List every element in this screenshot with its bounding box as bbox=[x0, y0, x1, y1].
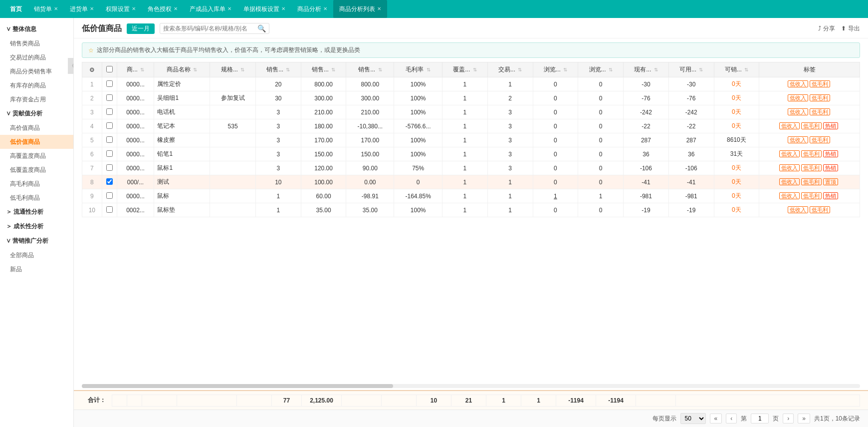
sidebar-item-high-coverage[interactable]: 高覆盖度商品 bbox=[0, 149, 73, 163]
col-coverage[interactable]: 覆盖... ⇅ bbox=[442, 62, 488, 77]
row-checkbox-cell[interactable] bbox=[102, 203, 117, 217]
row-checkbox[interactable] bbox=[106, 80, 113, 87]
row-saleable: 31天 bbox=[714, 147, 759, 161]
sidebar-section-growth[interactable]: ＞ 成长性分析 bbox=[0, 219, 73, 234]
sidebar-item-high-value[interactable]: 高价值商品 bbox=[0, 121, 73, 135]
sidebar-item-traded-products[interactable]: 交易过的商品 bbox=[0, 50, 73, 64]
row-checkbox-cell[interactable] bbox=[102, 119, 117, 133]
close-icon[interactable]: ✕ bbox=[227, 0, 231, 18]
row-checkbox[interactable] bbox=[106, 164, 113, 171]
col-view1[interactable]: 浏览... ⇅ bbox=[533, 62, 578, 77]
table-row: 10 0002... 鼠标垫 1 35.00 35.00 100% 1 1 0 … bbox=[82, 203, 860, 217]
sidebar-collapse-button[interactable]: 《 bbox=[68, 58, 74, 74]
sidebar-item-sales-products[interactable]: 销售类商品 bbox=[0, 36, 73, 50]
col-spec[interactable]: 规格... ⇅ bbox=[210, 62, 256, 77]
nav-permissions[interactable]: 权限设置 ✕ bbox=[100, 0, 142, 18]
row-checkbox-cell[interactable] bbox=[102, 91, 117, 105]
sidebar-item-new-products[interactable]: 新品 bbox=[0, 262, 73, 276]
col-current-stock[interactable]: 现有... ⇅ bbox=[624, 62, 669, 77]
close-icon[interactable]: ✕ bbox=[132, 0, 136, 18]
row-checkbox-cell[interactable] bbox=[102, 105, 117, 119]
scrollbar-thumb[interactable] bbox=[82, 384, 393, 388]
last-page-button[interactable]: » bbox=[798, 414, 810, 424]
first-page-button[interactable]: « bbox=[710, 414, 722, 424]
view-link[interactable]: 1 bbox=[554, 193, 557, 200]
col-view2[interactable]: 浏览... ⇅ bbox=[578, 62, 624, 77]
horizontal-scrollbar[interactable] bbox=[82, 384, 860, 388]
nav-template-settings[interactable]: 单据模板设置 ✕ bbox=[237, 0, 291, 18]
nav-production-inbound[interactable]: 产成品入库单 ✕ bbox=[184, 0, 237, 18]
sidebar-item-low-coverage[interactable]: 低覆盖度商品 bbox=[0, 163, 73, 177]
row-gross-margin: -5766.6... bbox=[394, 119, 442, 133]
sidebar-item-category-sales-rate[interactable]: 商品分类销售率 bbox=[0, 64, 73, 78]
col-saleable[interactable]: 可销... ⇅ bbox=[714, 62, 759, 77]
sidebar-section-contribution[interactable]: ∨ 贡献值分析 bbox=[0, 106, 73, 121]
sidebar-item-all-products[interactable]: 全部商品 bbox=[0, 248, 73, 262]
row-saleable: 0天 bbox=[714, 77, 759, 91]
row-checkbox[interactable] bbox=[106, 94, 113, 101]
close-icon[interactable]: ✕ bbox=[281, 0, 285, 18]
table-row: 1 0000... 属性定价 20 800.00 800.00 100% 1 1… bbox=[82, 77, 860, 91]
row-checkbox[interactable] bbox=[106, 108, 113, 115]
prev-page-button[interactable]: ‹ bbox=[726, 414, 737, 424]
sidebar-section-liquidity[interactable]: ＞ 流通性分析 bbox=[0, 205, 73, 219]
nav-product-analysis-list[interactable]: 商品分析列表 ✕ bbox=[333, 0, 387, 18]
search-input[interactable] bbox=[163, 25, 257, 32]
nav-product-analysis[interactable]: 商品分析 ✕ bbox=[291, 0, 333, 18]
export-icon: ⬆ bbox=[841, 25, 846, 32]
row-checkbox[interactable] bbox=[106, 206, 113, 213]
row-checkbox[interactable] bbox=[106, 122, 113, 129]
col-sale-amount[interactable]: 销售... ⇅ bbox=[346, 62, 394, 77]
sidebar-section-marketing[interactable]: ∨ 营销推广分析 bbox=[0, 234, 73, 248]
row-checkbox[interactable] bbox=[106, 150, 113, 157]
col-checkbox[interactable] bbox=[102, 62, 117, 77]
sidebar-section-overall[interactable]: ∨ 整体信息 bbox=[0, 22, 73, 36]
row-saleable: 0天 bbox=[714, 175, 759, 189]
row-checkbox[interactable] bbox=[106, 178, 113, 185]
row-checkbox-cell[interactable] bbox=[102, 175, 117, 189]
nav-home[interactable]: 首页 bbox=[4, 0, 28, 18]
header-left: 低价值商品 近一月 🔍 bbox=[82, 23, 269, 34]
row-checkbox[interactable] bbox=[106, 192, 113, 199]
sidebar-item-low-margin[interactable]: 低毛利商品 bbox=[0, 191, 73, 205]
nav-role-auth[interactable]: 角色授权 ✕ bbox=[142, 0, 184, 18]
sidebar-item-low-value[interactable]: 低价值商品 bbox=[0, 135, 73, 149]
row-checkbox-cell[interactable] bbox=[102, 189, 117, 203]
search-icon[interactable]: 🔍 bbox=[257, 24, 266, 32]
sidebar-item-stocked-products[interactable]: 有库存的商品 bbox=[0, 78, 73, 92]
nav-sales-order[interactable]: 销货单 ✕ bbox=[28, 0, 64, 18]
close-icon[interactable]: ✕ bbox=[323, 0, 327, 18]
row-checkbox-cell[interactable] bbox=[102, 133, 117, 147]
close-icon[interactable]: ✕ bbox=[174, 0, 178, 18]
close-icon[interactable]: ✕ bbox=[90, 0, 94, 18]
row-checkbox-cell[interactable] bbox=[102, 147, 117, 161]
export-button[interactable]: ⬆ 导出 bbox=[841, 24, 860, 33]
next-page-button[interactable]: › bbox=[783, 414, 794, 424]
sidebar-item-high-margin[interactable]: 高毛利商品 bbox=[0, 177, 73, 191]
select-all-checkbox[interactable] bbox=[106, 66, 113, 72]
col-available[interactable]: 可用... ⇅ bbox=[668, 62, 714, 77]
col-trade[interactable]: 交易... ⇅ bbox=[487, 62, 533, 77]
col-code[interactable]: 商... ⇅ bbox=[117, 62, 154, 77]
row-sale-amount: 300.00 bbox=[346, 91, 394, 105]
row-spec bbox=[210, 189, 256, 203]
share-button[interactable]: ⤴ 分享 bbox=[818, 24, 835, 33]
row-checkbox-cell[interactable] bbox=[102, 161, 117, 175]
close-icon[interactable]: ✕ bbox=[54, 0, 58, 18]
col-sale-qty[interactable]: 销售... ⇅ bbox=[255, 62, 301, 77]
col-sale-price[interactable]: 销售... ⇅ bbox=[301, 62, 346, 77]
time-filter-button[interactable]: 近一月 bbox=[127, 23, 155, 34]
per-page-select[interactable]: 50 100 200 bbox=[680, 413, 706, 424]
row-saleable: 0天 bbox=[714, 105, 759, 119]
col-name[interactable]: 商品名称 ⇅ bbox=[154, 62, 210, 77]
nav-purchase-order[interactable]: 进货单 ✕ bbox=[64, 0, 100, 18]
row-current-stock: -242 bbox=[624, 105, 669, 119]
close-icon[interactable]: ✕ bbox=[377, 0, 381, 18]
page-number-input[interactable] bbox=[751, 414, 769, 424]
row-checkbox[interactable] bbox=[106, 136, 113, 143]
col-settings[interactable]: ⚙ bbox=[82, 62, 102, 77]
sidebar-item-inventory-capital[interactable]: 库存资金占用 bbox=[0, 92, 73, 106]
row-checkbox-cell[interactable] bbox=[102, 77, 117, 91]
col-gross-margin[interactable]: 毛利率 ⇅ bbox=[394, 62, 442, 77]
row-code: 0000... bbox=[117, 77, 154, 91]
